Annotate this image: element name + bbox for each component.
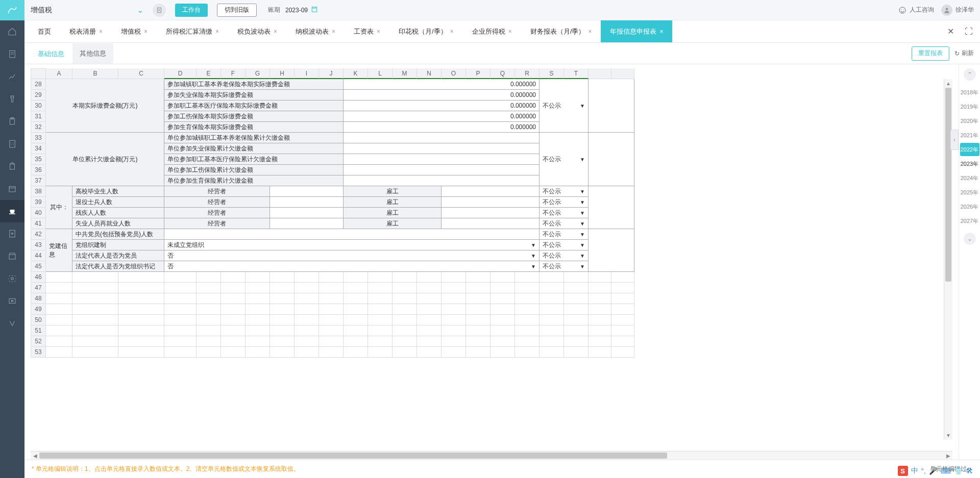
cell-48-7[interactable] — [246, 293, 270, 304]
b4-side-45[interactable]: 不公示▼ — [540, 261, 589, 272]
cell-51-4[interactable] — [164, 325, 197, 336]
cell-49-16[interactable] — [466, 304, 491, 315]
cell-48-3[interactable] — [118, 293, 164, 304]
col-header-H[interactable]: H — [270, 68, 295, 79]
cell-46-2[interactable] — [72, 272, 118, 283]
cell-49-15[interactable] — [442, 304, 466, 315]
year-2019年[interactable]: 2019年 — [960, 100, 979, 113]
cell-47-19[interactable] — [540, 283, 564, 293]
b3-v2-41[interactable] — [442, 218, 540, 229]
scroll-up-icon[interactable]: ▲ — [944, 79, 952, 88]
block1-side[interactable]: 不公示▼ — [540, 79, 589, 133]
cell-48-17[interactable] — [491, 293, 515, 304]
cell-46-5[interactable] — [197, 272, 221, 283]
cell-49-2[interactable] — [72, 304, 118, 315]
cell-47-6[interactable] — [221, 283, 246, 293]
cell-52-12[interactable] — [368, 336, 393, 347]
cell-50-6[interactable] — [221, 315, 246, 325]
year-2022年[interactable]: 2022年 — [960, 143, 979, 156]
cell-53-13[interactable] — [393, 347, 417, 358]
year-2025年[interactable]: 2025年 — [960, 186, 979, 199]
cell-52-16[interactable] — [466, 336, 491, 347]
b4-wide-43[interactable]: 未成立党组织▼ — [164, 240, 540, 250]
nav-active-icon[interactable] — [0, 200, 24, 222]
cell-52-13[interactable] — [393, 336, 417, 347]
cell-53-18[interactable] — [515, 347, 540, 358]
cell-47-3[interactable] — [118, 283, 164, 293]
cell-47-18[interactable] — [515, 283, 540, 293]
cell-53-1[interactable] — [46, 347, 72, 358]
row-header-38[interactable]: 38 — [31, 186, 46, 197]
b4-wide-42[interactable] — [164, 229, 540, 240]
cell-51-16[interactable] — [466, 325, 491, 336]
cell-48-13[interactable] — [393, 293, 417, 304]
cell-49-22[interactable] — [611, 304, 634, 315]
cell-53-7[interactable] — [246, 347, 270, 358]
row-header-51[interactable]: 51 — [31, 325, 46, 336]
cell-51-14[interactable] — [417, 325, 442, 336]
tab-close-icon[interactable]: × — [215, 28, 219, 35]
row-header-28[interactable]: 28 — [31, 79, 46, 90]
cell-50-21[interactable] — [589, 315, 611, 325]
cell-46-7[interactable] — [246, 272, 270, 283]
row-header-52[interactable]: 52 — [31, 336, 46, 347]
cell-47-21[interactable] — [589, 283, 611, 293]
tab-8[interactable]: 企业所得税× — [463, 20, 521, 42]
row-header-42[interactable]: 42 — [31, 229, 46, 240]
cell-53-11[interactable] — [344, 347, 368, 358]
tab-close-icon[interactable]: × — [659, 28, 663, 35]
cell-48-10[interactable] — [319, 293, 344, 304]
b2-val-36[interactable] — [344, 165, 540, 175]
cell-48-12[interactable] — [368, 293, 393, 304]
row-header-37[interactable]: 37 — [31, 175, 46, 186]
col-header-undefined[interactable] — [589, 68, 611, 79]
b4-wide-45[interactable]: 否▼ — [164, 261, 540, 272]
nav-clipboard-icon[interactable] — [0, 110, 24, 133]
nav-archive-icon[interactable] — [0, 245, 24, 267]
cell-48-9[interactable] — [295, 293, 319, 304]
cell-49-21[interactable] — [589, 304, 611, 315]
b1-val-28[interactable]: 0.000000 — [344, 79, 540, 90]
row-header-36[interactable]: 36 — [31, 165, 46, 175]
cell-49-8[interactable] — [270, 304, 295, 315]
col-header-F[interactable]: F — [221, 68, 246, 79]
cell-51-19[interactable] — [540, 325, 564, 336]
ime-punct-icon[interactable]: °, — [921, 467, 926, 475]
cell-49-6[interactable] — [221, 304, 246, 315]
cell-52-22[interactable] — [611, 336, 634, 347]
cell-52-20[interactable] — [564, 336, 589, 347]
cell-51-20[interactable] — [564, 325, 589, 336]
b4-side-43[interactable]: 不公示▼ — [540, 240, 589, 250]
col-header-M[interactable]: M — [393, 68, 417, 79]
cell-47-12[interactable] — [368, 283, 393, 293]
cell-50-17[interactable] — [491, 315, 515, 325]
col-header-R[interactable]: R — [515, 68, 540, 79]
scroll-right-icon[interactable]: ▶ — [944, 453, 952, 459]
cell-47-5[interactable] — [197, 283, 221, 293]
cell-53-15[interactable] — [442, 347, 466, 358]
cell-53-17[interactable] — [491, 347, 515, 358]
cell-50-9[interactable] — [295, 315, 319, 325]
cell-51-3[interactable] — [118, 325, 164, 336]
year-panel-collapse-icon[interactable]: ‹ — [950, 130, 959, 150]
cell-47-15[interactable] — [442, 283, 466, 293]
cell-52-6[interactable] — [221, 336, 246, 347]
workspace-button[interactable]: 工作台 — [175, 4, 208, 17]
b4-side-42[interactable]: 不公示▼ — [540, 229, 589, 240]
tab-5[interactable]: 纳税波动表× — [286, 20, 345, 42]
tab-7[interactable]: 印花税（月/季）× — [389, 20, 463, 42]
year-2026年[interactable]: 2026年 — [960, 200, 979, 213]
cell-53-2[interactable] — [72, 347, 118, 358]
tab-close-icon[interactable]: × — [377, 28, 380, 35]
cell-46-19[interactable] — [540, 272, 564, 283]
cell-53-5[interactable] — [197, 347, 221, 358]
cell-51-1[interactable] — [46, 325, 72, 336]
cell-53-6[interactable] — [221, 347, 246, 358]
cell-46-14[interactable] — [417, 272, 442, 283]
cell-47-22[interactable] — [611, 283, 634, 293]
cell-48-4[interactable] — [164, 293, 197, 304]
cell-50-5[interactable] — [197, 315, 221, 325]
cell-51-22[interactable] — [611, 325, 634, 336]
cell-50-10[interactable] — [319, 315, 344, 325]
cell-52-5[interactable] — [197, 336, 221, 347]
